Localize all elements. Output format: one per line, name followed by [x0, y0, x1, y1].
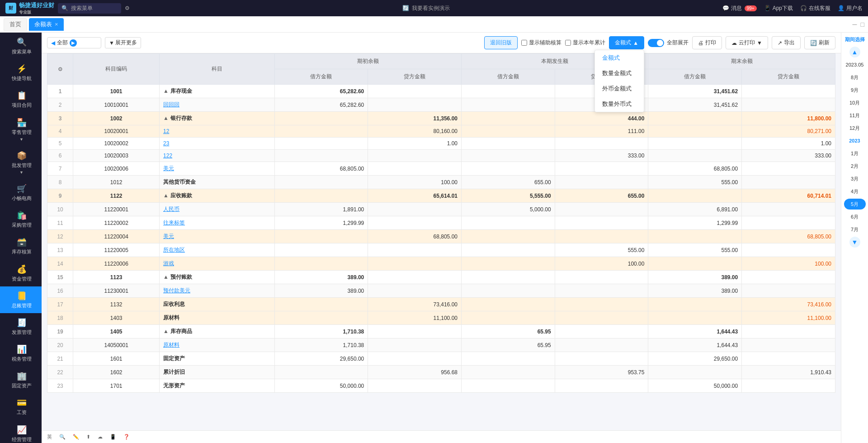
app-download-btn[interactable]: 📱 App下载 — [764, 5, 793, 12]
sidebar-item-capital[interactable]: 💰 资金管理 — [0, 260, 42, 286]
table-row-subject[interactable]: 122 — [160, 150, 274, 162]
table-row-subject[interactable]: 原材料 — [160, 338, 274, 352]
subject-link[interactable]: 23 — [163, 140, 169, 147]
subject-link[interactable]: 预付款美元 — [163, 287, 190, 294]
demo-link[interactable]: 🔄 我要看实例演示 — [402, 5, 450, 12]
menu-search[interactable]: 🔍 搜索菜单 — [58, 3, 121, 14]
table-row-subject[interactable]: 原材料 — [160, 311, 274, 325]
nav-back-icon[interactable]: ◀ — [51, 40, 55, 46]
period-11[interactable]: 11月 — [844, 110, 866, 121]
period-8[interactable]: 8月 — [844, 72, 866, 83]
table-row-subject[interactable]: 美元 — [160, 162, 274, 176]
period-4[interactable]: 4月 — [844, 186, 866, 197]
switch-control[interactable] — [648, 39, 664, 47]
scope-filter[interactable]: ◀ 全部 ▶ — [47, 37, 101, 48]
subject-link[interactable]: 原材料 — [163, 342, 179, 348]
table-row-subject[interactable]: 所在地区 — [160, 243, 274, 257]
assist-checkbox[interactable] — [521, 40, 527, 46]
window-min-btn[interactable]: ─ — [853, 21, 857, 28]
sidebar-item-invoice[interactable]: 🧾 发票管理 — [0, 313, 42, 340]
table-row-subject[interactable]: ▲库存现金 — [160, 85, 274, 98]
period-1[interactable]: 1月 — [844, 148, 866, 159]
subject-link[interactable]: 游戏 — [163, 260, 174, 267]
refresh-btn[interactable]: 🔄 刷新 — [804, 36, 835, 49]
table-row-subject[interactable]: 12 — [160, 125, 274, 138]
upload-btn[interactable]: ⬆ — [86, 434, 90, 440]
tab-home[interactable]: 首页 — [4, 18, 27, 31]
period-6[interactable]: 6月 — [844, 211, 866, 222]
subject-link[interactable]: 美元 — [163, 165, 174, 171]
mode-amount[interactable]: 金额式 — [595, 50, 644, 66]
subject-link[interactable]: 美元 — [163, 233, 174, 239]
export-btn[interactable]: ↗ 导出 — [772, 36, 801, 49]
sidebar-item-purchase[interactable]: 🛍️ 采购管理 — [0, 206, 42, 233]
show-assist-check[interactable]: 显示辅助核算 — [521, 39, 561, 47]
period-nav-up[interactable]: ▲ — [849, 47, 860, 57]
table-row-subject[interactable]: ▲应收账款 — [160, 189, 274, 203]
sidebar-item-assets[interactable]: 🏢 固定资产 — [0, 367, 42, 393]
sidebar-item-wholesale[interactable]: 📦 批发管理 ▼ — [0, 146, 42, 179]
expand-more-btn[interactable]: ▼ 展开更多 — [105, 37, 141, 48]
table-row-subject[interactable]: ▲预付账款 — [160, 271, 274, 284]
table-row-subject[interactable]: 23 — [160, 138, 274, 150]
tab-balance-sheet[interactable]: 余额表 × — [29, 18, 64, 31]
window-max-btn[interactable]: □ — [861, 21, 864, 28]
sidebar-item-inventory[interactable]: 🗃️ 库存核算 — [0, 233, 42, 259]
sidebar-item-ledger[interactable]: 📒 总账管理 — [0, 286, 42, 313]
table-row-subject[interactable]: 固定资产 — [160, 352, 274, 366]
sidebar-item-tax[interactable]: 📊 税务管理 — [0, 340, 42, 367]
sidebar-item-retail[interactable]: 🏪 零售管理 ▼ — [0, 113, 42, 146]
subject-link[interactable]: 往来标签 — [163, 219, 185, 226]
table-row-subject[interactable]: 应收利息 — [160, 298, 274, 311]
zoom-btn[interactable]: 🔍 — [59, 434, 66, 440]
subject-link[interactable]: 回回回 — [163, 101, 179, 108]
edit-btn[interactable]: ✏️ — [73, 434, 79, 440]
sidebar-item-ecommerce[interactable]: 🛒 小畅电商 — [0, 179, 42, 206]
message-btn[interactable]: 💬 消息 99+ — [722, 5, 757, 12]
table-row-subject[interactable]: ▲银行存款 — [160, 112, 274, 125]
period-2023-05-top[interactable]: 2023.05 — [844, 59, 866, 70]
col-settings-header[interactable]: ⚙ — [47, 54, 73, 85]
period-10[interactable]: 10月 — [844, 97, 866, 108]
subject-link[interactable]: 所在地区 — [163, 247, 185, 253]
lang-btn[interactable]: 英 — [47, 433, 52, 440]
period-nav-down[interactable]: ▼ — [849, 237, 860, 248]
mode-foreign-amount[interactable]: 外币金额式 — [595, 81, 644, 96]
subject-link[interactable]: 122 — [163, 152, 172, 159]
mobile-btn[interactable]: 📱 — [110, 434, 116, 440]
sidebar-item-search[interactable]: 🔍 搜索菜单 — [0, 33, 42, 59]
amount-mode-btn[interactable]: 金额式 ▲ — [609, 36, 644, 49]
sidebar-item-project[interactable]: 📋 项目合同 — [0, 86, 42, 113]
amount-mode-dropdown[interactable]: 金额式 ▲ 金额式 数量金额式 外币金额式 数量外币式 — [609, 36, 644, 49]
tab-close-btn[interactable]: × — [55, 21, 58, 28]
sidebar-item-operations[interactable]: 📈 经营管理 — [0, 420, 42, 443]
period-2[interactable]: 2月 — [844, 161, 866, 171]
table-row-subject[interactable]: 人民币 — [160, 203, 274, 216]
period-7[interactable]: 7月 — [844, 224, 866, 235]
period-year-2023[interactable]: 2023 — [844, 135, 866, 146]
table-row-subject[interactable]: 美元 — [160, 230, 274, 243]
table-row-subject[interactable]: 无形资产 — [160, 379, 274, 393]
sidebar-item-quicknav[interactable]: ⚡ 快捷导航 — [0, 59, 42, 86]
cloud-btn[interactable]: ☁ — [98, 434, 103, 440]
table-row-subject[interactable]: ▲库存商品 — [160, 325, 274, 338]
table-row-subject[interactable]: 其他货币资金 — [160, 176, 274, 189]
online-service-btn[interactable]: 🎧 在线客服 — [800, 5, 830, 12]
table-row-subject[interactable]: 累计折旧 — [160, 366, 274, 379]
period-9[interactable]: 9月 — [844, 85, 866, 95]
subject-link[interactable]: 12 — [163, 128, 169, 134]
user-avatar[interactable]: 👤 用户名 — [838, 5, 863, 12]
cloud-print-btn[interactable]: ☁ 云打印 ▼ — [726, 36, 768, 49]
help-btn[interactable]: ❓ — [123, 434, 130, 440]
back-old-version-btn[interactable]: 退回旧版 — [484, 36, 518, 49]
print-btn[interactable]: 🖨 打印 — [692, 36, 722, 49]
period-3[interactable]: 3月 — [844, 173, 866, 184]
show-ytd-check[interactable]: 显示本年累计 — [565, 39, 605, 47]
period-12[interactable]: 12月 — [844, 123, 866, 133]
ytd-checkbox[interactable] — [565, 40, 571, 46]
nav-forward-icon[interactable]: ▶ — [70, 39, 77, 47]
table-row-subject[interactable]: 游戏 — [160, 257, 274, 271]
mode-qty-foreign[interactable]: 数量外币式 — [595, 96, 644, 112]
subject-link[interactable]: 人民币 — [163, 206, 179, 212]
period-5-active[interactable]: 5月 — [844, 199, 866, 210]
